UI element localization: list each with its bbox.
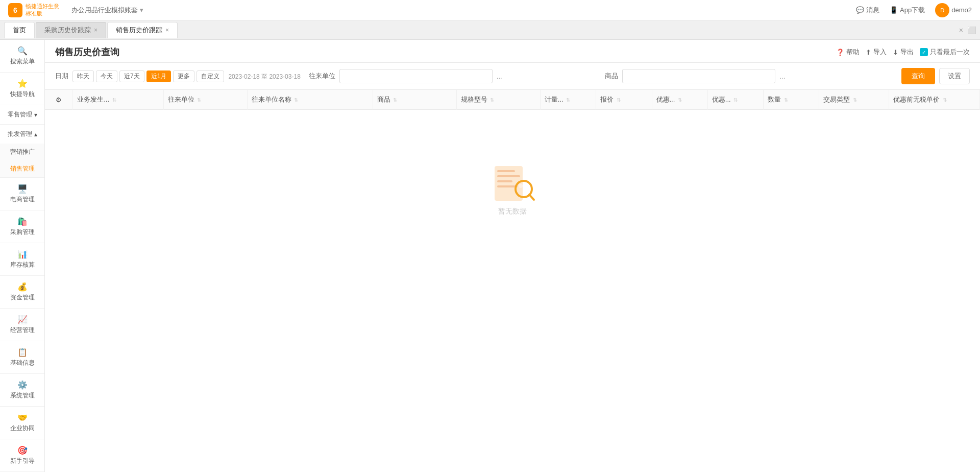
th-discount2-label: 优惠...: [712, 96, 731, 103]
top-header: 6 畅捷通好生意 标准版 办公用品行业模拟账套 ▾ 💬 消息 📱 App下载 D…: [0, 0, 980, 20]
enterprise-collab-label: 企业协同: [10, 424, 35, 433]
export-action[interactable]: ⬇ 导出: [893, 48, 914, 57]
sidebar-retail-header[interactable]: 零售管理 ▾: [0, 105, 44, 124]
sidebar-item-new-guide[interactable]: 🎯 新手引导: [0, 439, 44, 472]
new-guide-label: 新手引导: [10, 457, 35, 465]
th-pretax-price-sort: ⇅: [943, 97, 947, 103]
th-biz-date[interactable]: 业务发生... ⇅: [73, 90, 164, 110]
sidebar-item-purchase[interactable]: 🛍️ 采购管理: [0, 210, 44, 243]
th-product-label: 商品: [377, 96, 390, 103]
sidebar-item-enterprise-collab[interactable]: 🤝 企业协同: [0, 407, 44, 439]
date-btn-last1month[interactable]: 近1月: [146, 70, 172, 82]
th-quantity[interactable]: 数量 ⇅: [764, 90, 819, 110]
tab-purchase-label: 采购历史价跟踪: [44, 26, 91, 35]
help-action[interactable]: ❓ 帮助: [836, 48, 860, 57]
product-dots[interactable]: ...: [779, 73, 785, 80]
sidebar-item-search-menu[interactable]: 🔍 搜索菜单: [0, 40, 44, 73]
ops-icon: 📈: [17, 315, 28, 324]
page-title: 销售历史价查询: [55, 46, 119, 58]
close-window-icon[interactable]: ×: [959, 26, 963, 34]
avatar: D: [935, 3, 949, 17]
tab-home-label: 首页: [13, 26, 26, 35]
partner-dots[interactable]: ...: [497, 73, 502, 80]
basic-info-icon: 📋: [17, 347, 28, 357]
sidebar-item-finance[interactable]: 💰 资金管理: [0, 276, 44, 309]
svg-line-6: [529, 195, 534, 200]
wholesale-mgmt-label: 批发管理: [8, 130, 32, 138]
app-download-action[interactable]: 📱 App下载: [890, 6, 925, 15]
sidebar-item-sales-mgmt[interactable]: 销售管理: [0, 160, 44, 177]
table-body: 暂无数据: [45, 110, 980, 268]
import-action[interactable]: ⬆ 导入: [866, 48, 887, 57]
tab-sales-history[interactable]: 销售历史价跟踪 ×: [107, 22, 178, 38]
sidebar-item-quick-nav[interactable]: ⭐ 快捷导航: [0, 73, 44, 105]
svg-rect-4: [497, 185, 518, 187]
th-pretax-price[interactable]: 优惠前无税单价 ⇅: [889, 90, 980, 110]
import-label: 导入: [873, 48, 887, 57]
maximize-window-icon[interactable]: ⬜: [967, 26, 976, 34]
product-input[interactable]: [622, 69, 775, 83]
th-pretax-price-label: 优惠前无税单价: [893, 96, 940, 103]
data-table: ⚙ 业务发生... ⇅ 往来单位 ⇅ 往来单位名称 ⇅: [45, 90, 980, 267]
message-action[interactable]: 💬 消息: [856, 6, 879, 15]
date-btn-yesterday[interactable]: 昨天: [72, 70, 94, 82]
new-guide-icon: 🎯: [17, 445, 28, 455]
basic-info-label: 基础信息: [10, 359, 35, 367]
th-partner-name-label: 往来单位名称: [252, 96, 291, 103]
sidebar-item-ops[interactable]: 📈 经营管理: [0, 309, 44, 341]
tab-home[interactable]: 首页: [4, 22, 35, 38]
date-btn-today[interactable]: 今天: [96, 70, 117, 82]
search-button[interactable]: 查询: [901, 68, 935, 84]
header-title-area: 办公用品行业模拟账套 ▾: [71, 6, 143, 15]
date-btn-more[interactable]: 更多: [173, 70, 194, 82]
th-spec[interactable]: 规格型号 ⇅: [456, 90, 540, 110]
help-label: 帮助: [846, 48, 860, 57]
partner-input[interactable]: [339, 69, 493, 83]
system-icon: ⚙️: [17, 380, 28, 390]
th-trade-type[interactable]: 交易类型 ⇅: [819, 90, 889, 110]
sales-mgmt-label: 销售管理: [10, 165, 35, 172]
th-unit[interactable]: 计量... ⇅: [540, 90, 596, 110]
page-actions: ❓ 帮助 ⬆ 导入 ⬇ 导出 ✓ 只看最后一次: [836, 48, 970, 57]
th-discount2[interactable]: 优惠... ⇅: [707, 90, 763, 110]
username-label: demo2: [951, 6, 972, 14]
sidebar-item-basic-info[interactable]: 📋 基础信息: [0, 341, 44, 374]
retail-expand-icon: ▾: [34, 111, 37, 119]
tab-purchase-history[interactable]: 采购历史价跟踪 ×: [36, 22, 106, 38]
settings-button[interactable]: 设置: [939, 68, 970, 84]
sidebar-wholesale-header[interactable]: 批发管理 ▴: [0, 125, 44, 144]
user-action[interactable]: D demo2: [935, 3, 972, 17]
th-partner-code[interactable]: 往来单位 ⇅: [163, 90, 247, 110]
th-spec-sort: ⇅: [490, 97, 494, 103]
only-last-label: 只看最后一次: [930, 48, 970, 57]
th-partner-name-sort: ⇅: [294, 97, 298, 103]
sidebar-item-inventory[interactable]: 📊 库存核算: [0, 243, 44, 276]
app-download-label: App下载: [900, 6, 925, 15]
th-quote[interactable]: 报价 ⇅: [596, 90, 652, 110]
header-dropdown-icon[interactable]: ▾: [140, 6, 143, 14]
th-unit-sort: ⇅: [566, 97, 570, 103]
only-last-checkbox[interactable]: ✓ 只看最后一次: [920, 48, 970, 57]
quick-nav-label: 快捷导航: [10, 90, 35, 99]
date-buttons: 昨天 今天 近7天 近1月 更多 自定义: [72, 70, 224, 82]
date-btn-last7days[interactable]: 近7天: [119, 70, 144, 82]
sidebar-item-marketing-promo[interactable]: 营销推广: [0, 144, 44, 160]
th-discount2-sort: ⇅: [733, 97, 738, 103]
th-discount1[interactable]: 优惠... ⇅: [652, 90, 707, 110]
tab-purchase-close[interactable]: ×: [94, 27, 97, 33]
product-filter-group: 商品 ...: [605, 69, 893, 83]
sidebar-item-system[interactable]: ⚙️ 系统管理: [0, 374, 44, 407]
th-settings[interactable]: ⚙: [45, 90, 73, 110]
sidebar-item-ecommerce[interactable]: 🖥️ 电商管理: [0, 178, 44, 210]
tab-sales-close[interactable]: ×: [165, 27, 169, 33]
th-product[interactable]: 商品 ⇅: [373, 90, 456, 110]
checkbox-icon: ✓: [920, 48, 928, 56]
empty-state-row: 暂无数据: [45, 110, 980, 268]
th-product-sort: ⇅: [393, 97, 397, 103]
th-partner-code-sort: ⇅: [197, 97, 201, 103]
date-btn-custom[interactable]: 自定义: [197, 70, 224, 82]
empty-text: 暂无数据: [498, 207, 527, 216]
th-trade-type-sort: ⇅: [853, 97, 857, 103]
logo-icon: 6: [8, 3, 22, 17]
th-partner-name[interactable]: 往来单位名称 ⇅: [247, 90, 373, 110]
